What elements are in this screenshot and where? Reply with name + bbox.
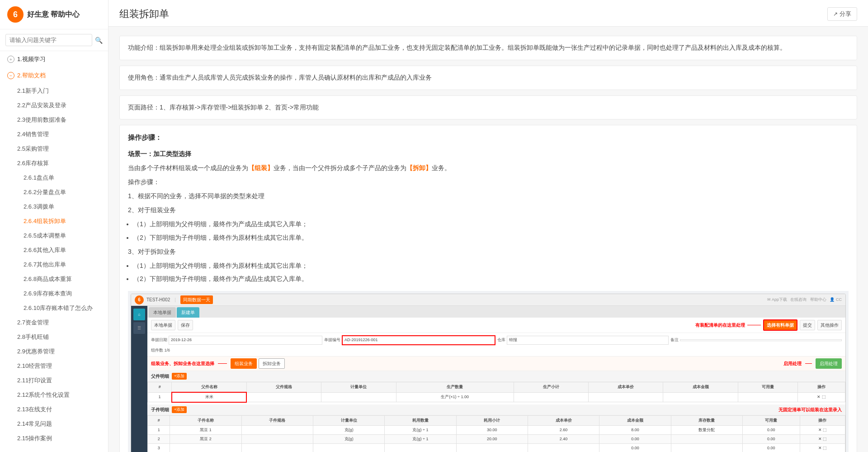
- col-parent-spec: 父件规格: [246, 382, 321, 392]
- form-remark: [680, 339, 842, 341]
- search-button[interactable]: 🔍: [95, 37, 103, 44]
- table-row: 2 黑豆 2 克(g) 克(g) ÷ 1 20.00 2.40 0.00: [148, 435, 845, 444]
- step3-item1: （1）上部明细为父件明细，最终作为原材料生成其它出库单；: [133, 260, 849, 271]
- step2-item2: （2）下部明细为子件明细，最终作为原材料生成其它出库单。: [133, 232, 849, 243]
- col-unit: 计量单位: [321, 382, 396, 392]
- share-button[interactable]: ↗ 分享: [827, 7, 857, 21]
- highlight-assembly: 【组装】: [248, 164, 274, 171]
- nav-list-icon: ☰: [133, 322, 145, 334]
- upper-table-wrapper: # 父件名称 父件规格 计量单位 生产数量 生产小计 成本单价 成本金额: [147, 382, 845, 403]
- col-ops: 操作: [798, 382, 845, 392]
- table-row: 3 0.00: [148, 444, 845, 452]
- table-row: 1 黑豆 1 克(g) 克(g) ÷ 1 30.00 2.60 8.00: [148, 425, 845, 434]
- sidebar-item-265[interactable]: 2.6.5成本调整单: [0, 228, 108, 243]
- topbar-divider: |: [175, 296, 176, 304]
- callout-assembly-list: 有装配清单的在这里处理: [695, 321, 745, 329]
- arrow1: [747, 325, 761, 325]
- form-date-value: 2019-12-26: [169, 336, 322, 344]
- sidebar-item-25[interactable]: 2.5采购管理: [0, 142, 108, 156]
- upper-table: # 父件名称 父件规格 计量单位 生产数量 生产小计 成本单价 成本金额: [147, 382, 845, 403]
- add-child-btn[interactable]: +添加: [172, 406, 187, 413]
- app-window: 6 TEST-H002 | 同期数据一天 ✉ App下载 在线咨询 帮助中心 👤…: [131, 294, 846, 452]
- sidebar-item-29[interactable]: 2.9优惠券管理: [0, 344, 108, 359]
- callout-type: 组装业务、拆卸业务在这里选择: [151, 360, 214, 367]
- toolbar-btn4[interactable]: 其他操作: [817, 320, 842, 330]
- logo-icon: 6: [7, 6, 24, 23]
- form-qty-field: 仓库 特报: [497, 335, 669, 345]
- step1: 1、根据不同的业务，选择不同单据的类型来处理: [128, 190, 849, 202]
- col-avail-qty: 可用量: [738, 382, 797, 392]
- doc-tabs: 本地单据 新建单: [147, 306, 845, 318]
- app-topbar-logo: 6: [135, 295, 144, 305]
- app-left-nav: ⌂ ☰: [131, 306, 147, 452]
- scene1-desc: 当由多个子件材料组装成一个成品的业务为【组装】业务，当由一个父件拆分成多个子产品…: [128, 162, 849, 174]
- sidebar-item-2610[interactable]: 2.6.10库存账本错了怎么办: [0, 301, 108, 315]
- sidebar-item-268[interactable]: 2.6.8商品成本重算: [0, 272, 108, 286]
- sidebar-item-212[interactable]: 2.12系统个性化设置: [0, 388, 108, 402]
- app-topbar: 6 TEST-H002 | 同期数据一天 ✉ App下载 在线咨询 帮助中心 👤…: [131, 294, 845, 306]
- sidebar-item-22[interactable]: 2.2产品安装及登录: [0, 98, 108, 113]
- col-parent-name: 父件名称: [172, 382, 246, 392]
- toolbar-submit[interactable]: 保存: [178, 320, 193, 330]
- topbar-company: TEST-H002: [146, 296, 170, 304]
- form-remark-field: 备注: [670, 335, 842, 345]
- sidebar-item-213[interactable]: 2.13在线支付: [0, 402, 108, 417]
- step3-list: （1）上部明细为父件明细，最终作为原材料生成其它出库单； （2）下部明细为子件明…: [133, 260, 849, 285]
- btn-assembly[interactable]: 组装业务: [231, 358, 257, 369]
- upper-table-header: 父件明细 +添加: [147, 371, 845, 382]
- sidebar-item-210[interactable]: 2.10经营管理: [0, 359, 108, 373]
- toolbar-save[interactable]: 本地单据: [151, 320, 175, 330]
- sidebar-item-26[interactable]: 2.6库存核算: [0, 156, 108, 171]
- sidebar-item-215[interactable]: 2.15操作案例: [0, 431, 108, 446]
- app-content: 本地单据 新建单 本地单据 保存 有装配清单的在这里处理: [147, 306, 845, 452]
- page-title: 组装拆卸单: [119, 7, 169, 21]
- col-prod-total: 生产小计: [514, 382, 588, 392]
- sidebar-item-27[interactable]: 2.7资金管理: [0, 315, 108, 330]
- btn-select-bom[interactable]: 选择有料单据: [763, 319, 797, 331]
- main-content: 组装拆卸单 ↗ 分享 功能介绍：组装拆卸单用来处理企业组装或拆卸等加工业务，支持…: [108, 0, 868, 452]
- sidebar-item-docs[interactable]: − 2.帮助文档: [0, 67, 108, 84]
- sidebar-item-23[interactable]: 2.3使用前数据准备: [0, 113, 108, 127]
- step3: 3、对于拆卸业务: [128, 246, 849, 257]
- sidebar-item-263[interactable]: 2.6.3调拨单: [0, 200, 108, 214]
- content-area: 功能介绍：组装拆卸单用来处理企业组装或拆卸等加工业务，支持有固定装配清单的产品加…: [108, 27, 868, 452]
- search-box: 🔍: [0, 29, 108, 51]
- sidebar-item-28[interactable]: 2.8手机旺铺: [0, 330, 108, 344]
- steps-heading: 操作步骤：: [128, 132, 849, 143]
- lower-table-wrapper: # 子件名称 子件规格 计量单位 耗用数量 耗用小计 成本单价 成本金额: [147, 415, 845, 452]
- col-index: #: [148, 382, 172, 392]
- callout-no-bom: 无固定清单可以组装在这里录入: [778, 406, 842, 414]
- sidebar-item-211[interactable]: 2.11打印设置: [0, 373, 108, 388]
- path-block: 页面路径：1、库存核算->库存管理->组装拆卸单 2、首页->常用功能: [119, 95, 857, 120]
- arrow2: [218, 363, 227, 364]
- sidebar-item-267[interactable]: 2.6.7其他出库单: [0, 257, 108, 272]
- sidebar-item-21[interactable]: 2.1新手入门: [0, 84, 108, 98]
- form-section: 单据日期 2019-12-26 单据编号 AD-20191226-001 仓库: [147, 333, 845, 357]
- sidebar-item-269[interactable]: 2.6.9库存账本查询: [0, 286, 108, 301]
- sidebar: 6 好生意 帮助中心 🔍 + 1.视频学习 − 2.帮助文档 2.1新手入门 2…: [0, 0, 108, 452]
- sidebar-item-266[interactable]: 2.6.6其他入库单: [0, 243, 108, 257]
- btn-enable[interactable]: 启用处理: [816, 358, 842, 369]
- screenshot-wrapper: 6 TEST-H002 | 同期数据一天 ✉ App下载 在线咨询 帮助中心 👤…: [128, 291, 849, 452]
- sidebar-item-262[interactable]: 2.6.2分量盘点单: [0, 185, 108, 200]
- toolbar-btn3[interactable]: 提交: [800, 320, 815, 330]
- nav-section: + 1.视频学习 − 2.帮助文档 2.1新手入门 2.2产品安装及登录 2.3…: [0, 51, 108, 446]
- col-cost-amount: 成本金额: [663, 382, 738, 392]
- sidebar-item-214[interactable]: 2.14常见问题: [0, 417, 108, 431]
- sidebar-item-261[interactable]: 2.6.1盘点单: [0, 171, 108, 185]
- add-parent-btn[interactable]: +添加: [172, 373, 187, 380]
- role-block: 使用角色：通常由生产人员或库管人员完成拆装业务的操作，库管人员确认原材料的出库和…: [119, 66, 857, 90]
- form-date-field: 单据日期 2019-12-26: [151, 335, 322, 345]
- step2-list: （1）上部明细为父件明细，最终作为产成品生成其它入库单； （2）下部明细为子件明…: [133, 219, 849, 243]
- doc-tab-new: 新建单: [177, 307, 199, 318]
- btn-disassemble[interactable]: 拆卸业务: [259, 358, 285, 369]
- col-cost-price: 成本单价: [588, 382, 663, 392]
- sidebar-item-video[interactable]: + 1.视频学习: [0, 51, 108, 67]
- sidebar-item-24[interactable]: 2.4销售管理: [0, 127, 108, 142]
- sidebar-item-264[interactable]: 2.6.4组装拆卸单: [0, 214, 108, 228]
- col-prod-qty: 生产数量: [396, 382, 514, 392]
- search-input[interactable]: [5, 34, 92, 46]
- step2-item1: （1）上部明细为父件明细，最终作为产成品生成其它入库单；: [133, 219, 849, 230]
- app-title: 好生意 帮助中心: [27, 10, 80, 19]
- steps-label: 操作步骤：: [128, 176, 849, 188]
